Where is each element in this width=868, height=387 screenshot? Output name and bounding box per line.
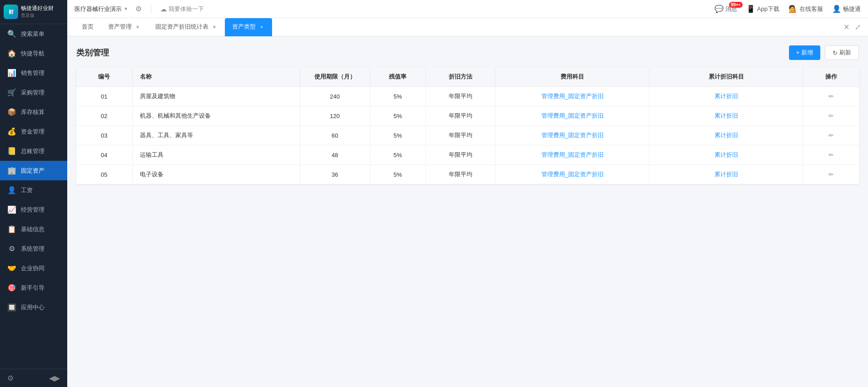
col-header-expense: 费用科目 — [496, 67, 649, 87]
logo-text-container: 畅捷通好业财 普及版 — [21, 5, 54, 19]
edit-button[interactable]: ✏ — [828, 112, 834, 119]
company-dropdown-icon: ▼ — [124, 6, 128, 11]
sidebar-item-label: 经营管理 — [21, 206, 45, 214]
cell-accumulated: 累计折旧 — [649, 165, 803, 184]
settings-bottom-icon[interactable]: ⚙ — [7, 374, 14, 382]
user-action[interactable]: 👤 畅捷通 — [832, 5, 861, 13]
guide-icon: 🎯 — [7, 283, 16, 292]
collapse-icon[interactable]: ◀▶ — [49, 374, 60, 382]
app-download-action[interactable]: 📱 App下载 — [746, 5, 779, 13]
sales-icon: 📊 — [7, 69, 16, 77]
refresh-button[interactable]: ↻ 刷新 — [825, 45, 859, 60]
cell-action: ✏ — [803, 145, 859, 165]
cell-method: 年限平均 — [426, 106, 496, 126]
sidebar-item-search[interactable]: 🔍 搜索菜单 — [0, 24, 67, 44]
edit-button[interactable]: ✏ — [828, 151, 834, 159]
tab-fixed-asset-report-label: 固定资产折旧统计表 — [155, 23, 208, 31]
sidebar-item-quick-nav[interactable]: 🏠 快捷导航 — [0, 44, 67, 63]
message-icon: 💬 — [714, 5, 724, 13]
cell-action: ✏ — [803, 106, 859, 126]
sidebar-item-operations[interactable]: 📈 经营管理 — [0, 200, 67, 219]
cell-name: 电子设备 — [132, 165, 300, 184]
cell-accumulated: 累计折旧 — [649, 145, 803, 165]
app-name: 畅捷通好业财 — [21, 5, 54, 12]
col-header-period: 使用期限（月） — [300, 67, 370, 87]
cell-residual: 5% — [370, 126, 426, 145]
cell-expense: 管理费用_固定资产折旧 — [496, 145, 649, 165]
user-avatar-icon: 👤 — [832, 5, 841, 13]
edit-button[interactable]: ✏ — [828, 171, 834, 178]
sidebar-item-sales[interactable]: 📊 销售管理 — [0, 63, 67, 83]
tab-asset-mgmt[interactable]: 资产管理 × — [101, 18, 148, 36]
col-header-residual: 残值率 — [370, 67, 426, 87]
inventory-icon: 📦 — [7, 108, 16, 116]
sidebar-item-label: 快捷导航 — [21, 50, 45, 58]
sidebar-item-funds[interactable]: 💰 资金管理 — [0, 122, 67, 141]
sidebar-item-purchase[interactable]: 🛒 采购管理 — [0, 83, 67, 102]
sidebar-item-inventory[interactable]: 📦 库存核算 — [0, 102, 67, 122]
content-area: 类别管理 + 新增 ↻ 刷新 编号 名称 使用期限（月） 残值率 折旧方法 — [67, 36, 868, 387]
sidebar-item-payroll[interactable]: 👤 工资 — [0, 180, 67, 200]
sidebar-item-label: 搜索菜单 — [21, 30, 45, 38]
user-label: 畅捷通 — [843, 5, 861, 13]
sidebar-item-basic-info[interactable]: 📋 基础信息 — [0, 219, 67, 239]
main-area: 医疗器械行业演示 ▼ ⚙ ☁ 我要体验一下 💬 消息 99++ 📱 App下载 … — [67, 0, 868, 387]
payroll-icon: 👤 — [7, 186, 16, 194]
table-row: 04 运输工具 48 5% 年限平均 管理费用_固定资产折旧 累计折旧 ✏ — [76, 145, 859, 165]
sidebar-item-label: 销售管理 — [21, 69, 45, 77]
sidebar-item-label: 应用中心 — [21, 303, 45, 312]
col-header-code: 编号 — [76, 67, 132, 87]
cell-code: 04 — [76, 145, 132, 165]
sidebar-item-enterprise[interactable]: 🤝 企业协同 — [0, 258, 67, 278]
experience-button[interactable]: ☁ 我要体验一下 — [160, 5, 204, 13]
header-actions: + 新增 ↻ 刷新 — [789, 45, 859, 60]
new-button[interactable]: + 新增 — [789, 45, 820, 60]
cell-period: 240 — [300, 87, 370, 106]
sidebar-item-ledger[interactable]: 📒 总账管理 — [0, 141, 67, 161]
cell-accumulated: 累计折旧 — [649, 87, 803, 106]
cell-expense: 管理费用_固定资产折旧 — [496, 106, 649, 126]
tab-fixed-asset-report[interactable]: 固定资产折旧统计表 × — [148, 18, 225, 36]
refresh-icon: ↻ — [833, 50, 838, 56]
basic-info-icon: 📋 — [7, 225, 16, 233]
cell-name: 机器、机械和其他生产设备 — [132, 106, 300, 126]
tab-fixed-asset-report-close[interactable]: × — [211, 24, 218, 30]
tab-asset-type-label: 资产类型 — [232, 23, 256, 31]
close-window-btn[interactable]: ✕ — [843, 23, 849, 31]
cell-action: ✏ — [803, 126, 859, 145]
cell-name: 房屋及建筑物 — [132, 87, 300, 106]
settings-icon[interactable]: ⚙ — [135, 5, 142, 13]
cell-code: 02 — [76, 106, 132, 126]
cell-method: 年限平均 — [426, 165, 496, 184]
cell-residual: 5% — [370, 106, 426, 126]
category-table: 编号 名称 使用期限（月） 残值率 折旧方法 费用科目 累计折旧科目 操作 01… — [76, 67, 859, 184]
app-logo-icon: 财 — [4, 5, 18, 19]
company-selector[interactable]: 医疗器械行业演示 ▼ — [74, 5, 128, 13]
tab-asset-mgmt-close[interactable]: × — [134, 24, 141, 30]
cell-expense: 管理费用_固定资产折旧 — [496, 126, 649, 145]
page-header: 类别管理 + 新增 ↻ 刷新 — [76, 45, 859, 60]
tab-asset-type[interactable]: 资产类型 × — [225, 18, 272, 36]
table-header-row: 编号 名称 使用期限（月） 残值率 折旧方法 费用科目 累计折旧科目 操作 — [76, 67, 859, 87]
message-action[interactable]: 💬 消息 99++ — [714, 5, 737, 13]
service-icon: 💁 — [789, 5, 798, 13]
cell-expense: 管理费用_固定资产折旧 — [496, 165, 649, 184]
online-service-action[interactable]: 💁 在线客服 — [789, 5, 823, 13]
topbar-right: 💬 消息 99++ 📱 App下载 💁 在线客服 👤 畅捷通 — [714, 5, 861, 13]
sidebar-item-label: 基础信息 — [21, 225, 45, 233]
sidebar-item-label: 库存核算 — [21, 108, 45, 116]
message-badge: 99++ — [729, 2, 743, 8]
sidebar-item-system[interactable]: ⚙ 系统管理 — [0, 239, 67, 258]
sidebar-item-guide[interactable]: 🎯 新手引导 — [0, 278, 67, 298]
edit-button[interactable]: ✏ — [828, 93, 834, 100]
col-header-method: 折旧方法 — [426, 67, 496, 87]
sidebar-item-fixed-assets[interactable]: 🏢 固定资产 — [0, 161, 67, 180]
sidebar-bottom: ⚙ ◀▶ — [0, 369, 67, 387]
sidebar-item-label: 采购管理 — [21, 89, 45, 97]
tab-home[interactable]: 首页 — [74, 18, 101, 36]
topbar-divider — [151, 5, 151, 14]
edit-button[interactable]: ✏ — [828, 132, 834, 139]
sidebar-item-app-center[interactable]: 🔲 应用中心 — [0, 298, 67, 317]
tab-asset-type-close[interactable]: × — [258, 24, 265, 30]
maximize-window-btn[interactable]: ⤢ — [855, 23, 861, 31]
